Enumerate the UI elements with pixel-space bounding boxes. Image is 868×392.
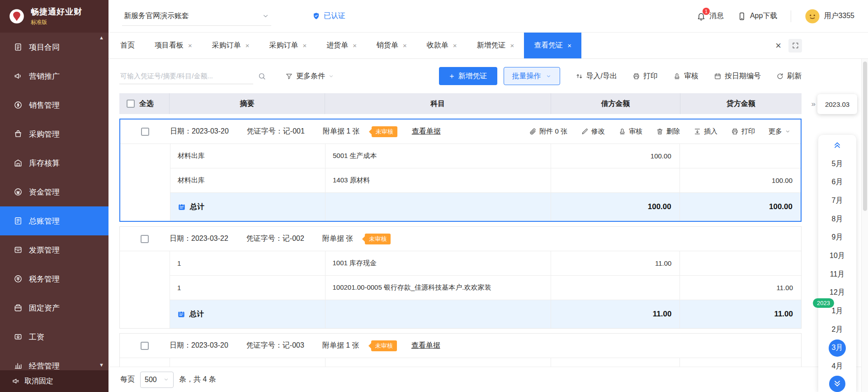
sidebar-item-tax[interactable]: 税务管理 [0,264,108,293]
voucher-entry-row[interactable]: 1 1001 库存现金 11.00 [120,251,801,276]
tab-close-icon[interactable]: × [453,42,457,49]
timeline-month-may[interactable]: 5月 [818,155,856,173]
messages-button[interactable]: 1 消息 [697,11,724,21]
tab-purchase-order-1[interactable]: 采购订单× [202,33,259,58]
chevron-down-icon [546,73,552,79]
batch-actions-button[interactable]: 批量操作 [504,67,560,85]
print-row-button[interactable]: 打印 [731,127,755,136]
logo-icon [8,8,25,25]
search-input[interactable] [119,68,253,84]
view-doc-link[interactable]: 查看单据 [411,341,440,350]
voucher-group[interactable]: 日期：2023-03-20 凭证字号：记-001 附单据 1 张 未审核 查看单… [119,119,802,222]
delete-button[interactable]: 删除 [656,127,680,136]
app-download-button[interactable]: App下载 [737,11,777,21]
timeline-month-july[interactable]: 7月 [818,191,856,210]
collapse-panel-icon[interactable]: » [811,100,816,109]
more-button[interactable]: 更多 [769,127,791,136]
chevron-down-icon [262,12,269,20]
voucher-group[interactable]: 日期：2023-03-22 凭证字号：记-002 附单据 张 未审核 1 100… [119,226,802,329]
view-doc-link[interactable]: 查看单据 [412,127,441,136]
tab-purchase-order-2[interactable]: 采购订单× [259,33,317,58]
sidebar-item-inventory[interactable]: 库存核算 [0,148,108,177]
sidebar-item-payroll[interactable]: 工资 [0,322,108,351]
page-size-select[interactable]: 500 [140,372,174,388]
account-set-dropdown[interactable]: 新服务官网演示账套 [122,7,271,26]
voucher-checkbox[interactable] [141,235,149,243]
app-root: 畅捷通好业财 标准版 新服务官网演示账套 已认证 1 消息 [0,0,868,392]
refresh-button[interactable]: 刷新 [776,72,802,81]
voucher-entry-row[interactable]: 材料出库 5001 生产成本 100.00 [120,144,801,168]
audit-row-button[interactable]: 审核 [618,127,642,136]
sidebar-item-marketing[interactable]: 营销推广 [0,62,108,91]
stamp-icon [618,128,626,135]
voucher-entry-row[interactable]: 1 100201.00-0005 银行存款_佳源科技基本户.欢欢家装 11.00 [120,276,801,300]
number-by-date-button[interactable]: 按日期编号 [714,72,761,81]
sidebar-item-purchase[interactable]: 采购管理 [0,120,108,148]
timeline-month-november[interactable]: 11月 [818,265,856,284]
tab-sales-delivery[interactable]: 销货单× [367,33,417,58]
voucher-checkbox[interactable] [141,128,149,136]
sidebar-item-label: 采购管理 [29,129,60,139]
tab-close-icon[interactable]: × [403,42,407,49]
sidebar-scroll-down-icon[interactable]: ▼ [99,362,104,368]
tab-view-voucher[interactable]: 查看凭证× [524,33,581,58]
timeline-month-august[interactable]: 8月 [818,210,856,229]
timeline-month-september[interactable]: 9月 [818,228,856,247]
voucher-checkbox[interactable] [141,342,149,350]
attachment-button[interactable]: 附件 0 张 [529,127,567,136]
number-by-date-label: 按日期编号 [725,72,761,81]
user-menu[interactable]: 用户3355 [805,9,854,24]
tab-goods-receipt[interactable]: 进货单× [316,33,367,58]
tab-close-icon[interactable]: × [188,42,192,49]
import-export-button[interactable]: 导入/导出 [576,72,617,81]
tab-close-icon[interactable]: × [245,42,250,49]
sidebar-item-operations[interactable]: 经营管理 [0,351,108,370]
fullscreen-button[interactable] [788,39,802,53]
status-badge: 未审核 [371,340,397,351]
tab-label: 销货单 [377,41,398,50]
tab-label: 首页 [120,41,135,50]
voucher-group[interactable]: 日期：2023-03-20 凭证字号：记-003 附单据 1 张 未审核 查看单… [119,333,802,367]
search-icon[interactable] [258,72,266,81]
timeline-month-june[interactable]: 6月 [818,173,856,191]
sidebar-item-sales[interactable]: 销售管理 [0,91,108,120]
unpin-button[interactable]: 取消固定 [0,370,108,392]
select-all-label: 全选 [139,99,154,109]
audit-button[interactable]: 审核 [673,72,698,81]
entry-credit [679,144,801,168]
tab-close-icon[interactable]: × [303,42,307,49]
marketing-icon [14,72,23,81]
timeline-scroll-up-icon[interactable] [818,135,856,155]
new-voucher-button[interactable]: 新增凭证 [439,67,497,85]
sidebar-item-label: 库存核算 [29,158,60,168]
tab-project-board[interactable]: 项目看板× [145,33,202,58]
tab-close-icon[interactable]: × [567,42,571,49]
insert-button[interactable]: 插入 [693,127,717,136]
sidebar-item-invoice[interactable]: 发票管理 [0,235,108,264]
sidebar-item-funds[interactable]: 资金管理 [0,177,108,206]
timeline-month-february[interactable]: 2月 [818,320,856,339]
tab-home[interactable]: 首页 [110,33,145,58]
vertical-scrollbar[interactable] [861,59,868,392]
sidebar-item-general-ledger[interactable]: 总账管理 [0,206,108,235]
scrollbar-thumb[interactable] [863,62,867,211]
edit-button[interactable]: 修改 [581,127,605,136]
sidebar-item-project-contract[interactable]: 项目合同 [0,33,108,62]
voucher-list-panel: 更多条件 新增凭证 批量操作 导入/导出 [108,59,868,367]
sidebar-item-fixed-assets[interactable]: 固定资产 [0,293,108,322]
close-all-tabs-button[interactable]: × [775,41,781,51]
select-all-checkbox[interactable] [127,100,135,108]
more-filters-button[interactable]: 更多条件 [285,72,334,81]
total-count-label: 条，共 4 条 [179,375,216,384]
tab-close-icon[interactable]: × [510,42,514,49]
tab-receipt[interactable]: 收款单× [417,33,467,58]
timeline-scroll-down-icon[interactable] [829,376,845,392]
timeline-month-march-active[interactable]: 3月 [818,339,856,358]
voucher-entry-row[interactable]: 材料出库 1403 原材料 100.00 [120,168,801,193]
print-button[interactable]: 打印 [632,72,658,81]
tab-close-icon[interactable]: × [353,42,357,49]
timeline-month-april[interactable]: 4月 [818,357,856,376]
tab-new-voucher[interactable]: 新增凭证× [467,33,524,58]
sidebar-scroll-up-icon[interactable]: ▲ [99,35,104,40]
timeline-month-october[interactable]: 10月 [818,247,856,265]
